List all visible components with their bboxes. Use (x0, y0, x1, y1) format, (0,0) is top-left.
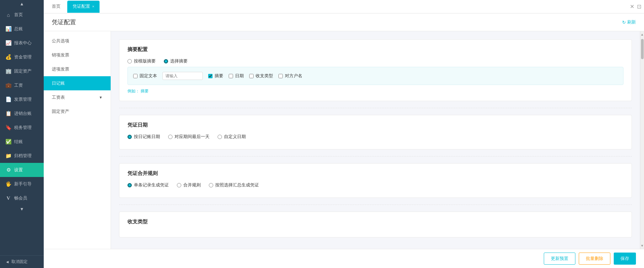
select-abstract-input[interactable] (164, 59, 168, 63)
fixed-text-checkbox[interactable]: 固定文本 (133, 73, 157, 79)
left-nav-public-options[interactable]: 公共选项 (44, 34, 111, 48)
tab-home-label: 首页 (52, 3, 61, 9)
fixed-text-field[interactable] (162, 72, 203, 80)
tab-close-icon[interactable]: × (92, 4, 94, 8)
by-selection-radio[interactable]: 按照选择汇总生成凭证 (209, 182, 259, 188)
settings-icon: ⚙ (5, 167, 11, 173)
period-last-day-input[interactable] (168, 135, 173, 139)
tab-voucher-config[interactable]: 凭证配置 × (67, 1, 100, 13)
left-nav: 公共选项 销项发票 进项发票 日记账 工资表 ▼ 固定资产 (44, 31, 111, 249)
left-nav-payroll-table[interactable]: 工资表 ▼ (44, 90, 111, 104)
scroll-down-arrow[interactable]: ▼ (640, 242, 644, 249)
counterpart-name-input[interactable] (278, 74, 283, 78)
window-resize-icon[interactable]: ⊡ (637, 3, 641, 10)
template-abstract-label: 按模版摘要 (134, 58, 156, 64)
refresh-label: 刷新 (627, 19, 636, 25)
sidebar-item-sales-ledger[interactable]: 📋 进销台账 (0, 106, 44, 121)
example-value: 摘要 (141, 89, 149, 93)
sidebar-item-settlement[interactable]: ✅ 结账 (0, 135, 44, 149)
select-abstract-label: 选择摘要 (170, 58, 188, 64)
sidebar-item-invoice-mgmt[interactable]: 📄 发票管理 (0, 92, 44, 106)
save-button[interactable]: 保存 (614, 253, 636, 265)
sidebar-item-settlement-label: 结账 (14, 139, 23, 145)
left-nav-public-options-label: 公共选项 (52, 38, 69, 44)
sidebar-item-tax-mgmt[interactable]: 🔖 税务管理 (0, 121, 44, 135)
income-type-section: 收支类型 (119, 212, 632, 237)
journal-date-radio[interactable]: 按日记账日期 (127, 134, 160, 140)
fixed-text-input[interactable] (133, 74, 138, 78)
voucher-date-title: 凭证日期 (127, 122, 623, 128)
funds-icon: 💰 (5, 54, 11, 60)
sidebar-item-guide-label: 新手引导 (14, 181, 32, 187)
income-type-checkbox[interactable]: 收支类型 (249, 73, 273, 79)
merge-rules-radio[interactable]: 合并规则 (177, 182, 201, 188)
period-last-day-radio[interactable]: 对应期间最后一天 (168, 134, 210, 140)
batch-delete-button[interactable]: 批量删除 (579, 253, 610, 265)
chevron-down-icon: ▼ (99, 95, 103, 99)
date-input[interactable] (229, 74, 233, 78)
refresh-button[interactable]: ↻ 刷新 (622, 19, 636, 25)
tab-bar: 首页 凭证配置 × ✕ ⊡ (44, 0, 644, 13)
sidebar-item-home[interactable]: ⌂ 首页 (0, 8, 44, 22)
counterpart-name-checkbox[interactable]: 对方户名 (278, 73, 302, 79)
date-checkbox[interactable]: 日期 (229, 73, 244, 79)
assets-icon: 🏢 (5, 68, 11, 74)
home-icon: ⌂ (5, 12, 11, 18)
sidebar-item-assets[interactable]: 🏢 固定资产 (0, 64, 44, 78)
sidebar-item-funds[interactable]: 💰 资金管理 (0, 50, 44, 64)
income-type-section-title: 收支类型 (127, 219, 623, 225)
page-title: 凭证配置 (52, 18, 76, 26)
scroll-up-arrow[interactable]: ▲ (640, 31, 644, 38)
custom-date-radio[interactable]: 自定义日期 (218, 134, 246, 140)
bottom-action-bar: 更新预置 批量删除 保存 (44, 249, 644, 268)
sidebar-scroll-up[interactable]: ▲ (0, 0, 44, 8)
income-type-input[interactable] (249, 74, 254, 78)
single-record-input[interactable] (127, 183, 132, 187)
voucher-date-section: 凭证日期 按日记账日期 对应期间最后一天 自定义日期 (119, 115, 632, 149)
left-nav-journal[interactable]: 日记账 (44, 76, 111, 90)
right-scrollbar: ▲ ▼ (640, 31, 644, 249)
tab-home[interactable]: 首页 (46, 1, 66, 13)
sidebar-item-guide[interactable]: 🖐 新手引导 (0, 177, 44, 191)
sidebar-item-invoice-mgmt-label: 发票管理 (14, 96, 32, 102)
left-nav-purchase-invoice[interactable]: 进项发票 (44, 62, 111, 76)
scroll-thumb[interactable] (641, 39, 644, 59)
journal-date-label: 按日记账日期 (134, 134, 160, 140)
custom-date-input[interactable] (218, 135, 222, 139)
page-header: 凭证配置 ↻ 刷新 (44, 13, 644, 31)
template-abstract-radio[interactable]: 按模版摘要 (127, 58, 156, 64)
left-nav-sales-invoice[interactable]: 销项发票 (44, 48, 111, 62)
period-last-day-label: 对应期间最后一天 (175, 134, 210, 140)
sidebar-item-settings[interactable]: ⚙ 设置 (0, 163, 44, 177)
abstract-checkbox[interactable]: 摘要 (208, 73, 223, 79)
template-abstract-input[interactable] (127, 59, 132, 63)
archive-icon: 📁 (5, 153, 11, 159)
sidebar-scroll-down[interactable]: ▼ (0, 205, 44, 213)
window-close-icon[interactable]: ✕ (630, 3, 634, 10)
example-text: 例如： 摘要 (127, 88, 623, 94)
sidebar: ▲ ⌂ 首页 📊 总账 📈 报表中心 💰 资金管理 🏢 固定资产 💼 工资 📄 … (0, 0, 44, 268)
merge-rules-title: 凭证合并规则 (127, 170, 623, 177)
sidebar-item-salary[interactable]: 💼 工资 (0, 78, 44, 92)
sidebar-item-archive[interactable]: 📁 归档管理 (0, 149, 44, 163)
single-record-radio[interactable]: 单条记录生成凭证 (127, 182, 169, 188)
by-selection-input[interactable] (209, 183, 213, 187)
abstract-checkbox-row: 固定文本 摘要 日期 收支类型 (127, 67, 623, 85)
merge-rules-input[interactable] (177, 183, 181, 187)
merge-rules-radio-group: 单条记录生成凭证 合并规则 按照选择汇总生成凭证 (127, 182, 623, 188)
sidebar-item-reports[interactable]: 📈 报表中心 (0, 36, 44, 50)
update-preview-button[interactable]: 更新预置 (544, 253, 575, 265)
right-content: 摘要配置 按模版摘要 选择摘要 固定文本 (111, 31, 640, 249)
abstract-input[interactable] (208, 74, 213, 78)
sidebar-unpin-button[interactable]: ◄ 取消固定 (0, 255, 44, 268)
left-nav-purchase-invoice-label: 进项发票 (52, 66, 69, 72)
select-abstract-radio[interactable]: 选择摘要 (164, 58, 188, 64)
sidebar-item-ledger[interactable]: 📊 总账 (0, 22, 44, 36)
left-nav-fixed-assets-label: 固定资产 (52, 108, 69, 115)
sidebar-item-archive-label: 归档管理 (14, 153, 32, 159)
journal-date-input[interactable] (127, 135, 132, 139)
salary-icon: 💼 (5, 82, 11, 88)
left-nav-journal-label: 日记账 (52, 80, 65, 86)
sidebar-item-vip[interactable]: V 畅会员 (0, 191, 44, 205)
left-nav-fixed-assets[interactable]: 固定资产 (44, 104, 111, 119)
